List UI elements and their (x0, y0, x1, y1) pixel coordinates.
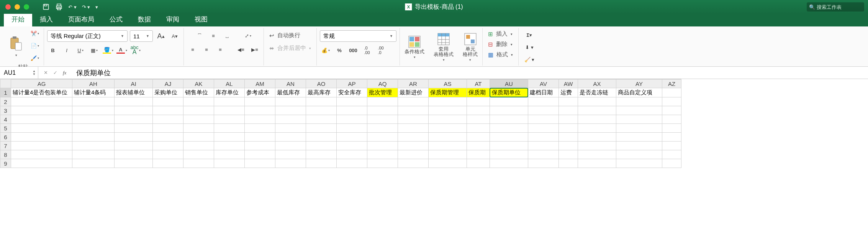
undo-button[interactable]: ↶ ▾ (68, 4, 77, 10)
column-header[interactable]: AR (398, 79, 429, 88)
column-header[interactable]: AO (306, 79, 337, 88)
cell[interactable] (72, 115, 115, 124)
cell[interactable] (337, 159, 367, 168)
cell[interactable] (115, 124, 153, 133)
save-icon[interactable] (42, 3, 50, 11)
spreadsheet-grid[interactable]: AGAHAIAJAKALAMANAOAPAQARASATAUAVAWAXAYAZ… (0, 79, 868, 237)
cell[interactable] (467, 150, 490, 159)
cell[interactable] (306, 124, 337, 133)
conditional-formatting-button[interactable]: 条件格式▾ (403, 35, 426, 59)
cell[interactable] (306, 106, 337, 115)
cell[interactable]: 采购单位 (153, 88, 183, 97)
cell[interactable] (578, 124, 616, 133)
column-header[interactable]: AS (429, 79, 467, 88)
paste-button[interactable] (7, 34, 25, 53)
cell[interactable]: 最高库存 (306, 88, 337, 97)
cell[interactable] (214, 106, 245, 115)
fill-color-button[interactable]: 🪣 (102, 45, 114, 56)
cell[interactable] (398, 133, 429, 142)
cell[interactable] (214, 115, 245, 124)
cell[interactable] (490, 133, 528, 142)
cell[interactable] (528, 142, 559, 150)
row-header[interactable]: 5 (0, 124, 11, 133)
decrease-font-button[interactable]: A▾ (169, 31, 180, 41)
underline-button[interactable]: U (75, 45, 86, 56)
cell[interactable] (367, 133, 398, 142)
cell[interactable] (559, 150, 578, 159)
cell[interactable] (275, 106, 306, 115)
tab-insert[interactable]: 插入 (32, 13, 61, 26)
cell[interactable] (275, 124, 306, 133)
cell[interactable] (490, 97, 528, 106)
cell[interactable]: 销售单位 (183, 88, 214, 97)
cell[interactable] (616, 124, 662, 133)
cell[interactable] (72, 159, 115, 168)
cell[interactable] (337, 133, 367, 142)
close-icon[interactable] (5, 4, 11, 10)
cell[interactable] (662, 97, 681, 106)
cell[interactable] (467, 142, 490, 150)
cell[interactable] (367, 106, 398, 115)
cell[interactable] (72, 133, 115, 142)
cell[interactable]: 最新进价 (398, 88, 429, 97)
cell[interactable]: 辅计量4条码 (72, 88, 115, 97)
cell[interactable] (11, 159, 72, 168)
cell[interactable] (398, 97, 429, 106)
cell[interactable] (490, 150, 528, 159)
cell[interactable] (616, 115, 662, 124)
column-header[interactable]: AH (72, 79, 115, 88)
row-header[interactable]: 3 (0, 106, 11, 115)
cell[interactable] (398, 115, 429, 124)
cell[interactable] (72, 106, 115, 115)
column-header[interactable]: AQ (367, 79, 398, 88)
row-header[interactable]: 2 (0, 97, 11, 106)
cell[interactable]: 保质期单位 (490, 88, 528, 97)
cell[interactable] (578, 142, 616, 150)
cell[interactable] (306, 97, 337, 106)
clear-button[interactable]: 🧹 ▾ (522, 54, 537, 65)
cell[interactable] (115, 133, 153, 142)
cell[interactable] (306, 159, 337, 168)
cell[interactable] (245, 97, 275, 106)
decrease-indent-button[interactable]: ◀≡ (235, 44, 247, 55)
cancel-formula-button[interactable]: ✕ (44, 70, 48, 76)
format-painter-button[interactable]: 🖌️ (29, 53, 41, 63)
decrease-decimal-button[interactable]: .00.0 (375, 45, 387, 56)
column-header[interactable]: AN (275, 79, 306, 88)
cell[interactable] (11, 115, 72, 124)
cell[interactable]: 是否走冻链 (578, 88, 616, 97)
align-right-button[interactable]: ≡ (215, 44, 226, 55)
cell[interactable] (662, 159, 681, 168)
percent-button[interactable]: % (334, 45, 345, 56)
cell[interactable] (337, 142, 367, 150)
tab-home[interactable]: 开始 (4, 13, 32, 26)
cell[interactable] (467, 106, 490, 115)
cell[interactable] (72, 124, 115, 133)
column-header[interactable]: AL (214, 79, 245, 88)
cell[interactable] (429, 142, 467, 150)
cell[interactable] (528, 115, 559, 124)
cell[interactable] (490, 159, 528, 168)
formula-input[interactable] (72, 69, 868, 77)
fill-button[interactable]: ⬇ ▾ (522, 42, 537, 53)
cell[interactable]: 辅计量4是否包装单位 (11, 88, 72, 97)
cell[interactable]: 保质期管理 (429, 88, 467, 97)
cut-button[interactable]: ✂️ (29, 28, 41, 39)
font-color-button[interactable]: A (116, 45, 128, 56)
cell[interactable]: 建档日期 (528, 88, 559, 97)
cell[interactable] (398, 106, 429, 115)
cell[interactable] (115, 150, 153, 159)
cell[interactable] (467, 133, 490, 142)
cell[interactable] (153, 133, 183, 142)
tab-layout[interactable]: 页面布局 (61, 13, 102, 26)
cell[interactable] (11, 142, 72, 150)
row-header[interactable]: 7 (0, 142, 11, 150)
cell[interactable] (245, 124, 275, 133)
cell[interactable] (616, 150, 662, 159)
cell[interactable] (578, 97, 616, 106)
cell[interactable] (337, 124, 367, 133)
customize-qat[interactable]: ▾ (95, 4, 98, 10)
column-header[interactable]: AY (616, 79, 662, 88)
cell[interactable]: 库存单位 (214, 88, 245, 97)
cell[interactable] (72, 97, 115, 106)
